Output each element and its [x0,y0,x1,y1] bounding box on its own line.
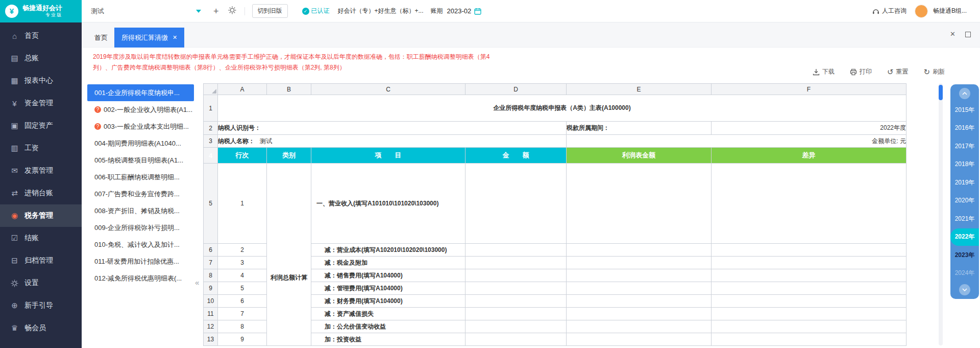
year-item[interactable]: 2021年 [950,210,979,227]
scroll-down-button[interactable] [959,284,970,295]
year-item[interactable]: 2015年 [950,101,979,119]
amount-cell[interactable] [465,333,567,346]
report-list-item[interactable]: 006-职工薪酬纳税调整明细... [87,169,194,185]
certified-badge[interactable]: ✓ 已认证 [302,7,330,15]
line-number-cell[interactable]: 4 [218,269,267,282]
line-number-cell[interactable]: 8 [218,320,267,333]
profit-amount-cell[interactable] [567,257,712,269]
username-label[interactable]: 畅捷通B组... [933,7,967,15]
report-list-item[interactable]: 009-企业所得税弥补亏损明... [87,219,194,236]
reset-button[interactable]: ↺ 重置 [887,67,909,76]
line-number-cell[interactable]: 5 [218,282,267,295]
report-list-item[interactable]: 010-免税、减计收入及加计... [87,236,194,253]
row-header[interactable]: 6 [204,244,218,257]
close-panel-icon[interactable]: ✕ [950,30,955,38]
line-number-cell[interactable]: 7 [218,308,267,320]
row-header[interactable]: 12 [204,320,218,333]
amount-cell[interactable] [465,308,567,320]
amount-cell[interactable] [465,320,567,333]
sheet-scrollbar-track[interactable] [939,83,943,345]
accounting-period[interactable]: 账期 2023-02 [431,7,482,15]
column-header-c[interactable]: C [311,84,465,95]
profit-amount-cell[interactable] [567,320,712,333]
tab-income-tax-settlement[interactable]: 所得税汇算清缴 ✕ [114,28,184,48]
column-header-a[interactable]: A [218,84,267,95]
line-number-cell[interactable]: 3 [218,257,267,269]
item-cell[interactable]: 减：管理费用(填写A104000) [311,282,465,295]
download-button[interactable]: 下载 [813,67,835,76]
year-item[interactable]: 2019年 [950,174,979,191]
profit-amount-cell[interactable] [567,308,712,320]
row-header[interactable]: 2 [204,122,218,135]
refresh-button[interactable]: ↻ 刷新 [924,67,945,76]
item-cell[interactable]: 减：财务费用(填写A104000) [311,295,465,308]
row-header[interactable]: 4 [204,148,218,164]
row-header[interactable]: 11 [204,308,218,320]
difference-cell[interactable] [712,269,906,282]
switch-old-version-button[interactable]: 切到旧版 [252,4,288,18]
line-number-cell[interactable]: 1 [218,164,267,244]
taxpayer-name-value[interactable]: 测试 [260,137,272,145]
year-item-selected[interactable]: 2022年 [950,228,979,246]
line-number-cell[interactable]: 9 [218,333,267,346]
year-item[interactable]: 2023年 [950,246,979,264]
column-header-f[interactable]: F [712,84,906,95]
row-header[interactable]: 10 [204,295,218,308]
item-cell[interactable]: 减：税金及附加 [311,257,465,269]
report-list-item[interactable]: 011-研发费用加计扣除优惠... [87,253,194,270]
select-all-corner[interactable] [204,84,218,95]
print-button[interactable]: 打印 [850,67,872,76]
scroll-up-button[interactable] [959,88,970,99]
difference-cell[interactable] [712,244,906,257]
maximize-icon[interactable] [965,32,971,37]
sidebar-item-home[interactable]: ⌂ 首页 [0,25,82,47]
row-header[interactable]: 1 [204,95,218,122]
report-list-item[interactable]: 004-期间费用明细表(A1040... [87,135,194,152]
sidebar-item-report-center[interactable]: ▦ 报表中心 [0,69,82,92]
item-cell[interactable]: 减：资产减值损失 [311,308,465,320]
sidebar-item-tax-management[interactable]: ◉ 税务管理 [0,204,82,227]
sidebar-item-membership[interactable]: ♛ 畅会员 [0,317,82,339]
avatar[interactable] [915,5,928,18]
report-list-item[interactable]: ? 003-一般企业成本支出明细... [87,118,194,135]
item-cell[interactable]: 一、营业收入(填写A101010\101020\103000) [311,164,465,244]
column-header-e[interactable]: E [567,84,712,95]
report-list-item[interactable]: 007-广告费和业务宣传费跨... [87,185,194,202]
row-header[interactable]: 13 [204,333,218,346]
category-cell[interactable]: 利润总额计算 [267,164,311,346]
tax-period-value-cell[interactable]: 2022年度 [712,122,906,135]
year-item[interactable]: 2017年 [950,137,979,155]
amount-cell[interactable] [465,164,567,244]
item-cell[interactable]: 加：投资收益 [311,333,465,346]
item-cell[interactable]: 减：销售费用(填写A104000) [311,269,465,282]
sidebar-item-fixed-assets[interactable]: ▣ 固定资产 [0,114,82,137]
profit-amount-cell[interactable] [567,164,712,244]
row-header[interactable]: 3 [204,135,218,148]
sidebar-item-settings[interactable]: 设置 [0,272,82,294]
difference-cell[interactable] [712,164,906,244]
sidebar-item-invoice[interactable]: ✉ 发票管理 [0,159,82,182]
item-cell[interactable]: 加：公允价值变动收益 [311,320,465,333]
row-header[interactable]: 5 [204,164,218,244]
profit-amount-cell[interactable] [567,295,712,308]
year-item[interactable]: 2016年 [950,120,979,137]
difference-cell[interactable] [712,295,906,308]
sidebar-item-archive[interactable]: ⊟ 归档管理 [0,249,82,272]
column-header-b[interactable]: B [267,84,311,95]
year-item[interactable]: 2020年 [950,192,979,210]
sidebar-item-general-ledger[interactable]: ▤ 总账 [0,47,82,69]
report-list-item[interactable]: 005-纳税调整项目明细表(A1... [87,152,194,169]
line-number-cell[interactable]: 6 [218,295,267,308]
difference-cell[interactable] [712,257,906,269]
sidebar-item-funds[interactable]: ¥ 资金管理 [0,92,82,114]
item-cell[interactable]: 减：营业成本(填写A102010\102020\103000) [311,244,465,257]
difference-cell[interactable] [712,320,906,333]
profit-amount-cell[interactable] [567,244,712,257]
difference-cell[interactable] [712,308,906,320]
profit-amount-cell[interactable] [567,269,712,282]
company-selector[interactable]: 测试 [88,5,204,18]
tab-close-icon[interactable]: ✕ [173,35,177,40]
line-number-cell[interactable]: 2 [218,244,267,257]
tab-home[interactable]: 首页 [87,28,115,48]
year-item[interactable]: 2018年 [950,156,979,173]
